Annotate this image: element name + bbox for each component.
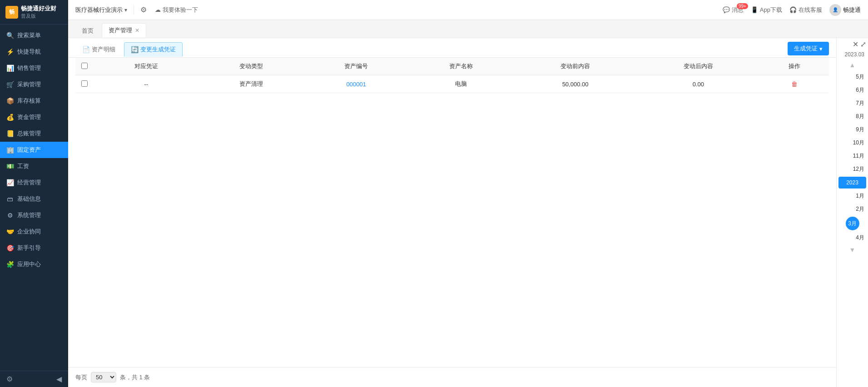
month-item[interactable]: 3月 (846, 217, 859, 230)
sidebar-item-operation[interactable]: 📈经营管理 (0, 174, 68, 191)
sidebar: 畅 畅捷通好业财 普及版 🔍搜索菜单⚡快捷导航📊销售管理🛒采购管理📦库存核算💰资… (0, 0, 68, 387)
row-change-type: 资产清理 (198, 75, 303, 93)
month-item[interactable]: 6月 (837, 84, 868, 97)
sub-tab-change_voucher[interactable]: 🔄变更生成凭证 (124, 42, 183, 57)
table-column-header: 变动前内容 (514, 58, 637, 75)
sub-tab-label-change_voucher: 变更生成凭证 (140, 45, 176, 54)
year-label: 2023.03 (837, 50, 868, 60)
sidebar-icon-inventory: 📦 (6, 97, 14, 104)
sidebar-icon-ledger: 📒 (6, 130, 14, 137)
topbar-cloud[interactable]: ☁ 我要体验一下 (155, 6, 198, 14)
sidebar-subtitle: 普及版 (21, 13, 56, 20)
month-item[interactable]: 10月 (837, 136, 868, 149)
month-item[interactable]: 1月 (837, 189, 868, 203)
sidebar-icon-purchase: 🛒 (6, 81, 14, 88)
chevron-down-icon: ▾ (124, 7, 127, 13)
month-item[interactable]: 2月 (837, 203, 868, 216)
sidebar-item-ledger[interactable]: 📒总账管理 (0, 125, 68, 142)
settings-icon[interactable]: ⚙ (6, 375, 13, 383)
month-item[interactable]: 9月 (837, 123, 868, 136)
header-checkbox-cell (75, 58, 94, 75)
msg-badge: 99+ (737, 3, 748, 9)
scroll-up-icon[interactable]: ▲ (837, 60, 868, 70)
page-tabs: 首页资产管理✕ (68, 20, 868, 38)
month-item[interactable]: 4月 (837, 231, 868, 244)
month-item[interactable]: 12月 (837, 163, 868, 176)
sidebar-item-quicknav[interactable]: ⚡快捷导航 (0, 44, 68, 60)
month-list: ▲5月6月7月8月9月10月11月12月20231月2月3月4月▼ (837, 60, 868, 387)
generate-voucher-button[interactable]: 生成凭证 ▾ (788, 42, 829, 55)
per-page-select[interactable]: 102050100 (91, 372, 116, 382)
topbar-msg[interactable]: 💬 消息 99+ (723, 6, 744, 14)
table-row: -- 资产清理 000001 电脑 50,000.00 0.00 🗑 (75, 75, 829, 93)
app-label: App下载 (760, 6, 782, 14)
right-panel-expand-icon[interactable]: ⤢ (860, 40, 866, 49)
sidebar-item-purchase[interactable]: 🛒采购管理 (0, 76, 68, 93)
topbar-right: 💬 消息 99+ 📱 App下载 🎧 在线客服 👤 畅捷通 (723, 4, 861, 16)
tab-label-asset: 资产管理 (109, 26, 132, 35)
row-asset-no: 000001 (304, 75, 409, 93)
user-label: 畅捷通 (843, 6, 861, 14)
sidebar-item-guide[interactable]: 🎯新手引导 (0, 240, 68, 256)
sidebar-item-sales[interactable]: 📊销售管理 (0, 60, 68, 76)
sidebar-label-basic: 基础信息 (17, 195, 41, 203)
sidebar-item-inventory[interactable]: 📦库存核算 (0, 93, 68, 109)
sidebar-label-capital: 资金管理 (17, 113, 41, 121)
dropdown-arrow-icon: ▾ (819, 45, 823, 52)
topbar-settings-icon[interactable]: ⚙ (140, 5, 147, 14)
sidebar-label-fixedasset: 固定资产 (17, 146, 41, 154)
select-all-checkbox[interactable] (81, 63, 88, 69)
topbar: 医疗器械行业演示 ▾ ⚙ ☁ 我要体验一下 💬 消息 99+ 📱 App下载 🎧… (68, 0, 868, 20)
content-area: 📄资产明细🔄变更生成凭证 生成凭证 ▾ 对应凭证变动类型资产编号资产名称变动前内 (68, 38, 868, 387)
tab-close-asset[interactable]: ✕ (135, 27, 139, 34)
month-item[interactable]: 7月 (837, 97, 868, 110)
tab-label-home: 首页 (82, 27, 94, 34)
right-panel: ✕ ⤢ 2023.03 ▲5月6月7月8月9月10月11月12月20231月2月… (836, 38, 868, 387)
page-tab-home[interactable]: 首页 (75, 24, 100, 38)
sidebar-item-system[interactable]: ⚙系统管理 (0, 207, 68, 223)
asset-table: 对应凭证变动类型资产编号资产名称变动前内容变动后内容操作 -- 资产清理 000… (75, 58, 829, 93)
collapse-icon[interactable]: ◀ (56, 375, 62, 383)
scroll-down-icon[interactable]: ▼ (837, 244, 868, 255)
sidebar-item-collab[interactable]: 🤝企业协同 (0, 223, 68, 240)
sidebar-label-salary: 工资 (17, 162, 29, 170)
sidebar-item-salary[interactable]: 💵工资 (0, 158, 68, 174)
sidebar-icon-appcenter: 🧩 (6, 261, 14, 268)
sidebar-label-system: 系统管理 (17, 211, 41, 219)
sidebar-icon-capital: 💰 (6, 114, 14, 121)
sub-tab-asset_detail[interactable]: 📄资产明细 (75, 42, 122, 57)
sidebar-nav: 🔍搜索菜单⚡快捷导航📊销售管理🛒采购管理📦库存核算💰资金管理📒总账管理🏢固定资产… (0, 25, 68, 371)
delete-icon[interactable]: 🗑 (791, 80, 798, 88)
service-icon: 🎧 (789, 6, 797, 13)
topbar-company[interactable]: 医疗器械行业演示 ▾ (75, 6, 127, 14)
sidebar-label-purchase: 采购管理 (17, 80, 41, 89)
topbar-service[interactable]: 🎧 在线客服 (789, 6, 822, 14)
page-tab-asset[interactable]: 资产管理✕ (102, 23, 146, 38)
sidebar-item-capital[interactable]: 💰资金管理 (0, 109, 68, 125)
year-tag: 2023 (838, 177, 866, 189)
sidebar-item-fixedasset[interactable]: 🏢固定资产 (0, 142, 68, 158)
table-header: 对应凭证变动类型资产编号资产名称变动前内容变动后内容操作 (75, 58, 829, 75)
month-item[interactable]: 8月 (837, 110, 868, 123)
sidebar-logo: 畅 (5, 6, 18, 19)
month-item[interactable]: 5月 (837, 70, 868, 84)
row-voucher: -- (94, 75, 198, 93)
sidebar-item-basic[interactable]: 🗃基础信息 (0, 191, 68, 207)
sidebar-item-appcenter[interactable]: 🧩应用中心 (0, 256, 68, 273)
sidebar-item-search[interactable]: 🔍搜索菜单 (0, 27, 68, 44)
sub-tab-label-asset_detail: 资产明细 (92, 45, 115, 54)
row-checkbox[interactable] (81, 80, 88, 87)
sidebar-title-group: 畅捷通好业财 普及版 (21, 5, 56, 20)
sidebar-icon-collab: 🤝 (6, 228, 14, 235)
main: 医疗器械行业演示 ▾ ⚙ ☁ 我要体验一下 💬 消息 99+ 📱 App下载 🎧… (68, 0, 868, 387)
month-item[interactable]: 11月 (837, 149, 868, 163)
sidebar-icon-quicknav: ⚡ (6, 48, 14, 55)
sidebar-header: 畅 畅捷通好业财 普及版 (0, 0, 68, 25)
sidebar-label-search: 搜索菜单 (17, 31, 41, 40)
topbar-user[interactable]: 👤 畅捷通 (829, 4, 861, 16)
sidebar-label-sales: 销售管理 (17, 64, 41, 72)
sidebar-label-appcenter: 应用中心 (17, 260, 41, 268)
topbar-app[interactable]: 📱 App下载 (751, 6, 782, 14)
sidebar-icon-salary: 💵 (6, 163, 14, 170)
right-panel-close-icon[interactable]: ✕ (853, 40, 858, 49)
